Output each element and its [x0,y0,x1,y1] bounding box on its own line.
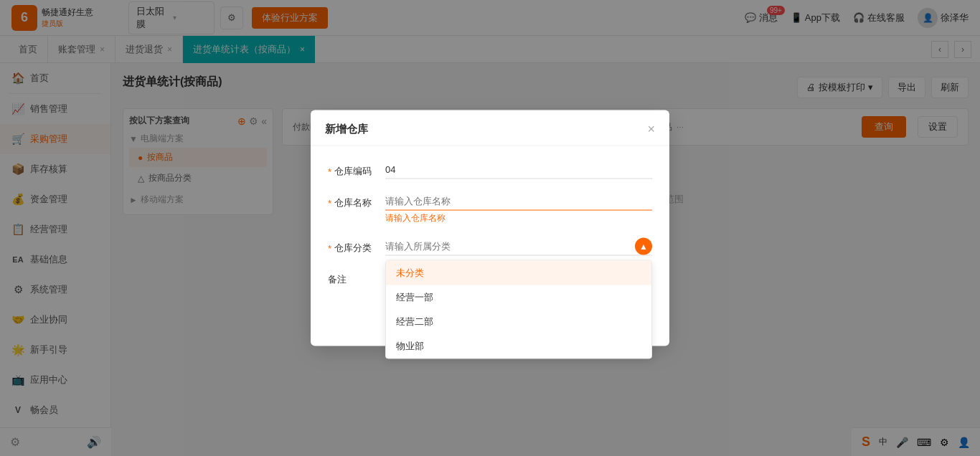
category-select-wrap: ▲ [385,237,652,256]
name-input[interactable] [385,192,652,211]
dropdown-item-3[interactable]: 物业部 [386,334,651,358]
code-label: * 仓库编码 [328,161,385,178]
modal-title: 新增仓库 [325,123,368,136]
code-field [385,161,652,179]
category-field: ▲ 未分类 经营一部 经营二部 物业部 [385,237,652,256]
modal-header: 新增仓库 × [311,110,669,146]
category-input[interactable] [385,237,652,256]
dropdown-item-1[interactable]: 经营一部 [386,285,651,310]
form-row-code: * 仓库编码 [328,161,652,179]
modal-body: * 仓库编码 * 仓库名称 请输入仓库名称 * 仓库分类 [311,146,669,302]
dropdown-item-0[interactable]: 未分类 [386,261,651,285]
note-label: 备注 [328,269,385,286]
category-label: * 仓库分类 [328,237,385,255]
code-input[interactable] [385,161,652,179]
name-field: 请输入仓库名称 [385,192,652,224]
dropdown-item-2[interactable]: 经营二部 [386,310,651,334]
name-label: * 仓库名称 [328,192,385,209]
name-error-msg: 请输入仓库名称 [385,212,652,224]
modal-new-warehouse: 新增仓库 × * 仓库编码 * 仓库名称 请输入仓库名称 [311,110,669,346]
form-row-name: * 仓库名称 请输入仓库名称 [328,192,652,224]
category-dropdown-toggle[interactable]: ▲ [635,238,652,255]
category-dropdown-list: 未分类 经营一部 经营二部 物业部 [385,260,652,359]
modal-close-btn[interactable]: × [647,122,655,137]
form-row-category: * 仓库分类 ▲ 未分类 经营一部 经营二部 物业部 [328,237,652,256]
